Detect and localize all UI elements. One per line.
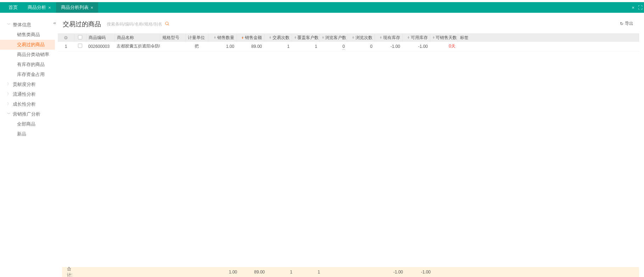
col-cust-cover[interactable]: ▲▼覆盖客户数: [292, 33, 319, 42]
tab-bar: 首页 商品分析 × 商品分析列表 × × ⛶: [0, 2, 644, 13]
col-label: 商品编码: [89, 35, 106, 40]
cell-sale-days: 0天: [430, 42, 458, 51]
data-table: ⚙ 商品编码 商品名称 规格型号 计量单位 ▲▼销售数量 ▲▼销售金额 ▲▼交易…: [58, 33, 639, 51]
col-label: 规格型号: [162, 35, 179, 40]
sidebar-item-category-rate[interactable]: 商品分类动销率: [0, 50, 55, 60]
cell-unit: 把: [185, 42, 208, 51]
footer-trade-cnt: 1: [267, 270, 295, 275]
cell-code: 002600003: [86, 42, 114, 51]
sidebar-group-marketing[interactable]: ﹀ 营销推广分析: [0, 109, 55, 119]
footer-sales-qty: 1.00: [211, 270, 239, 275]
sidebar-item-new-products[interactable]: 新品: [0, 129, 55, 139]
sidebar-collapse-icon[interactable]: «: [53, 21, 56, 26]
sidebar-group-overview[interactable]: ﹀ 整体信息: [0, 20, 55, 30]
col-stock-avail[interactable]: ▲▼可用库存: [402, 33, 430, 42]
sidebar-group-contribution[interactable]: 〉 贡献度分析: [0, 79, 55, 89]
sort-icon: ▲▼: [322, 36, 325, 39]
sort-icon: ▲▼: [380, 36, 382, 39]
footer-stock-avail: -1.00: [405, 270, 433, 275]
sidebar-item-label: 新品: [17, 131, 26, 137]
chevron-down-icon: ﹀: [7, 22, 11, 27]
refresh-icon: ↻: [620, 21, 623, 26]
col-name[interactable]: 商品名称: [114, 33, 160, 42]
col-checkbox-all[interactable]: [74, 33, 86, 42]
cell-stock-now: -1.00: [375, 42, 402, 51]
tab-product-analysis[interactable]: 商品分析 ×: [23, 2, 56, 13]
cell-stock-avail: -1.00: [402, 42, 430, 51]
col-label: 浏览客户数: [325, 35, 346, 40]
cell-sales-qty: 1.00: [208, 42, 236, 51]
chevron-right-icon: 〉: [7, 101, 11, 106]
sort-icon: ▲▼: [241, 36, 244, 39]
col-spec[interactable]: 规格型号: [160, 33, 185, 42]
sidebar-item-sales-products[interactable]: 销售类商品: [0, 30, 55, 40]
svg-line-1: [168, 24, 169, 25]
col-sale-days[interactable]: ▲▼可销售天数: [430, 33, 458, 42]
fullscreen-icon[interactable]: ⛶: [638, 5, 643, 10]
col-unit[interactable]: 计量单位: [185, 33, 208, 42]
svg-point-0: [166, 22, 168, 24]
sidebar-group-growth[interactable]: 〉 成长性分析: [0, 99, 55, 109]
export-button[interactable]: ↻ 导出: [620, 21, 633, 27]
sidebar-group-label: 流通性分析: [13, 91, 36, 98]
col-label: 销售数量: [217, 35, 234, 40]
sidebar-item-all-products[interactable]: 全部商品: [0, 119, 55, 129]
col-tags[interactable]: 标签: [458, 33, 639, 42]
cell-sales-amt: 89.00: [236, 42, 264, 51]
table-row[interactable]: 1 002600003 左都胶囊五折遮阳伞防晒伞; 把 1.00 89.00 1…: [58, 42, 639, 51]
sidebar-item-label: 交易过的商品: [17, 41, 45, 48]
sidebar-item-label: 销售类商品: [17, 32, 40, 38]
col-trade-cnt[interactable]: ▲▼交易次数: [264, 33, 292, 42]
sidebar-group-label: 整体信息: [13, 22, 31, 28]
sort-icon: ▲▼: [432, 36, 435, 39]
col-view-cnt[interactable]: ▲▼浏览次数: [347, 33, 375, 42]
search-input[interactable]: [107, 20, 163, 28]
col-label: 现有库存: [383, 35, 400, 40]
chevron-down-icon: ﹀: [7, 111, 11, 116]
close-all-icon[interactable]: ×: [632, 5, 634, 10]
sidebar-group-label: 营销推广分析: [13, 111, 40, 117]
cell-checkbox[interactable]: [74, 42, 86, 51]
tab-home[interactable]: 首页: [4, 2, 23, 13]
footer-label: 合计:: [62, 266, 77, 277]
tab-label: 商品分析列表: [61, 4, 89, 11]
close-icon[interactable]: ×: [91, 5, 94, 10]
sort-icon: ▲▼: [214, 36, 217, 39]
col-label: 交易次数: [273, 35, 290, 40]
footer-sales-amt: 89.00: [239, 270, 267, 275]
col-sales-amt[interactable]: ▲▼销售金额: [236, 33, 264, 42]
sort-icon: ▲▼: [269, 36, 272, 39]
col-sales-qty[interactable]: ▲▼销售数量: [208, 33, 236, 42]
sidebar-item-label: 全部商品: [17, 121, 35, 127]
tab-product-analysis-list[interactable]: 商品分析列表 ×: [56, 2, 99, 13]
col-view-cust[interactable]: ▲▼浏览客户数: [319, 33, 347, 42]
col-stock-now[interactable]: ▲▼现有库存: [375, 33, 402, 42]
cell-view-cust[interactable]: 0: [319, 42, 347, 51]
checkbox-icon: [78, 35, 82, 39]
col-label: 标签: [460, 35, 469, 40]
sidebar-item-stocked-products[interactable]: 有库存的商品: [0, 60, 55, 70]
col-label: 商品名称: [117, 35, 134, 40]
chevron-right-icon: 〉: [7, 82, 11, 87]
col-code[interactable]: 商品编码: [86, 33, 114, 42]
col-label: 浏览次数: [355, 35, 373, 40]
export-label: 导出: [625, 21, 633, 27]
sidebar-item-inventory-capital[interactable]: 库存资金占用: [0, 70, 55, 79]
tab-label: 商品分析: [28, 4, 46, 11]
cell-value: 0: [342, 44, 345, 50]
cell-cust-cover: 1: [292, 42, 319, 51]
col-settings[interactable]: ⚙: [58, 33, 74, 42]
cell-name: 左都胶囊五折遮阳伞防晒伞;: [114, 42, 160, 51]
sidebar-group-liquidity[interactable]: 〉 流通性分析: [0, 89, 55, 99]
sidebar: ﹀ 整体信息 销售类商品 交易过的商品 商品分类动销率 有库存的商品 库存资金占…: [0, 13, 55, 277]
cell-row-no: 1: [58, 42, 74, 51]
page-title: 交易过的商品: [63, 20, 101, 28]
sidebar-group-label: 成长性分析: [13, 101, 36, 107]
tab-label: 首页: [9, 4, 18, 11]
close-icon[interactable]: ×: [48, 5, 51, 10]
col-label: 销售金额: [245, 35, 262, 40]
sidebar-item-traded-products[interactable]: 交易过的商品: [0, 40, 55, 50]
search-icon[interactable]: [165, 21, 170, 27]
sort-icon: ▲▼: [352, 36, 355, 39]
col-label: 可销售天数: [436, 35, 457, 40]
